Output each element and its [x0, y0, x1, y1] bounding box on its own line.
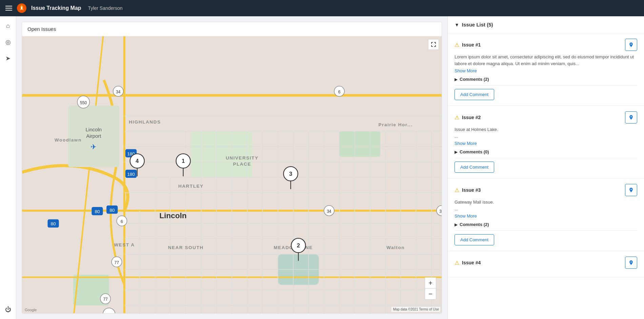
svg-text:Prairie Hor...: Prairie Hor... — [379, 122, 413, 127]
app-logo — [16, 3, 27, 14]
svg-text:550: 550 — [80, 100, 87, 105]
issue-3-show-more[interactable]: Show More — [455, 213, 637, 219]
issue-4-title: Issue #4 — [462, 260, 481, 265]
svg-rect-2 — [339, 131, 380, 157]
map-zoom-in-button[interactable]: + — [425, 278, 436, 288]
issue-3-comments-expand-icon[interactable]: ▶ — [455, 222, 458, 227]
issue-3-add-comment-button[interactable]: Add Comment — [455, 234, 494, 245]
map-attribution: Map data ©2021 Terms of Use — [391, 307, 440, 312]
issue-2-add-comment-button[interactable]: Add Comment — [455, 162, 494, 173]
app-header: Issue Tracking Map Tyler Sanderson — [0, 0, 644, 16]
svg-text:Lincoln: Lincoln — [85, 127, 102, 132]
menu-icon[interactable] — [5, 6, 12, 11]
svg-text:2: 2 — [297, 242, 300, 249]
nav-navigate-icon[interactable]: ➤ — [4, 54, 12, 62]
header-username: Tyler Sanderson — [88, 5, 123, 11]
issue-1-location-button[interactable] — [625, 39, 637, 51]
svg-text:77: 77 — [103, 297, 108, 302]
issue-1-title: Issue #1 — [462, 42, 481, 48]
nav-location-icon[interactable]: ◎ — [4, 38, 12, 46]
issue-panel-header: ▼ Issue List (5) — [448, 16, 644, 33]
issue-4-location-button[interactable] — [625, 257, 637, 269]
issue-3-title-group: ⚠ Issue #3 — [455, 187, 481, 193]
svg-text:6: 6 — [338, 90, 341, 94]
map-container: Open Issues — [16, 16, 447, 319]
nav-power-icon[interactable]: ⏻ — [4, 305, 12, 314]
issue-4-title-group: ⚠ Issue #4 — [455, 260, 481, 266]
map-fullscreen-button[interactable] — [428, 39, 439, 50]
issue-3-title: Issue #3 — [462, 187, 481, 193]
svg-text:Lincoln: Lincoln — [159, 211, 186, 220]
issue-1-comments-label: Comments (2) — [460, 77, 489, 82]
issue-2-comments-expand-icon[interactable]: ▶ — [455, 150, 458, 154]
issue-2-comments-label: Comments (0) — [460, 149, 489, 154]
issue-2-warning-icon: ⚠ — [455, 114, 459, 121]
issue-2-title-group: ⚠ Issue #2 — [455, 114, 481, 121]
svg-text:HIGHLANDS: HIGHLANDS — [129, 119, 161, 125]
svg-text:34: 34 — [327, 209, 331, 214]
svg-text:1: 1 — [182, 158, 185, 164]
svg-text:180: 180 — [127, 172, 135, 177]
issue-item-2: ⚠ Issue #2 Issue at Holmes Lake.... Show… — [448, 106, 644, 179]
map-svg: Lincoln Airport ✈ HIGHLANDS UNIVERSITY P… — [22, 36, 442, 313]
issue-3-warning-icon: ⚠ — [455, 187, 459, 193]
issue-3-comments-label: Comments (2) — [460, 222, 489, 227]
map-zoom-controls: + − — [425, 277, 436, 300]
nav-home-icon[interactable]: ⌂ — [4, 22, 12, 30]
map-google-logo: Google — [25, 308, 37, 312]
svg-text:WEST A: WEST A — [114, 242, 135, 247]
issue-panel: ▼ Issue List (5) ⚠ Issue #1 Lorem ipsum … — [447, 16, 644, 319]
issue-1-add-comment-button[interactable]: Add Comment — [455, 89, 494, 100]
issue-panel-collapse-icon[interactable]: ▼ — [455, 22, 459, 27]
issue-1-show-more[interactable]: Show More — [455, 68, 637, 73]
issue-1-comments-row: ▶ Comments (2) — [455, 77, 637, 86]
svg-text:Woodlawn: Woodlawn — [55, 137, 82, 143]
svg-text:✈: ✈ — [90, 143, 97, 151]
issue-2-comments-row: ▶ Comments (0) — [455, 149, 637, 158]
svg-text:UNIVERSITY: UNIVERSITY — [226, 155, 259, 161]
issue-4-warning-icon: ⚠ — [455, 260, 459, 266]
issue-3-location-button[interactable] — [625, 184, 637, 196]
svg-text:HARTLEY: HARTLEY — [178, 184, 204, 189]
app-title: Issue Tracking Map — [31, 5, 81, 11]
svg-text:PLACE: PLACE — [233, 162, 251, 167]
issue-3-description: Gateway Mall issue.... — [455, 199, 637, 212]
issue-1-warning-icon: ⚠ — [455, 42, 459, 48]
svg-text:80: 80 — [51, 221, 56, 226]
svg-text:3: 3 — [289, 171, 292, 177]
issue-2-title: Issue #2 — [462, 115, 481, 120]
svg-text:34: 34 — [439, 209, 442, 214]
svg-text:Walton: Walton — [386, 245, 405, 250]
issue-3-comments-row: ▶ Comments (2) — [455, 222, 637, 231]
svg-text:55W: 55W — [105, 313, 113, 313]
sidebar-nav: ⌂ ◎ ➤ ⏻ — [0, 16, 16, 319]
svg-text:NEAR SOUTH: NEAR SOUTH — [168, 245, 204, 250]
issue-list: ⚠ Issue #1 Lorem ipsum dolor sit amet, c… — [448, 33, 644, 319]
issue-panel-title: Issue List (5) — [462, 22, 493, 27]
map-wrapper: Open Issues — [22, 22, 442, 314]
issue-1-title-group: ⚠ Issue #1 — [455, 42, 481, 48]
svg-text:6: 6 — [121, 219, 123, 224]
issue-item-1: ⚠ Issue #1 Lorem ipsum dolor sit amet, c… — [448, 33, 644, 106]
svg-text:4: 4 — [136, 158, 139, 164]
issue-1-header-row: ⚠ Issue #1 — [455, 39, 637, 51]
svg-text:80: 80 — [109, 208, 115, 213]
issue-item-4: ⚠ Issue #4 — [448, 251, 644, 277]
issue-item-3: ⚠ Issue #3 Gateway Mall issue.... Show M… — [448, 179, 644, 251]
issue-1-description: Lorem ipsum dolor sit amet, consectetur … — [455, 54, 637, 67]
svg-rect-5 — [191, 131, 252, 177]
issue-2-description: Issue at Holmes Lake.... — [455, 126, 637, 139]
svg-text:80: 80 — [95, 209, 100, 214]
svg-text:34: 34 — [116, 90, 121, 94]
map-content[interactable]: Lincoln Airport ✈ HIGHLANDS UNIVERSITY P… — [22, 36, 442, 313]
map-zoom-out-button[interactable]: − — [425, 288, 436, 299]
issue-2-location-button[interactable] — [625, 111, 637, 124]
svg-text:77: 77 — [115, 260, 119, 265]
issue-2-show-more[interactable]: Show More — [455, 141, 637, 146]
issue-1-comments-expand-icon[interactable]: ▶ — [455, 77, 458, 82]
issue-2-header-row: ⚠ Issue #2 — [455, 111, 637, 124]
issue-3-header-row: ⚠ Issue #3 — [455, 184, 637, 196]
issue-4-header-row: ⚠ Issue #4 — [455, 257, 637, 269]
main-layout: ⌂ ◎ ➤ ⏻ Open Issues — [0, 16, 644, 319]
map-title: Open Issues — [22, 22, 442, 36]
